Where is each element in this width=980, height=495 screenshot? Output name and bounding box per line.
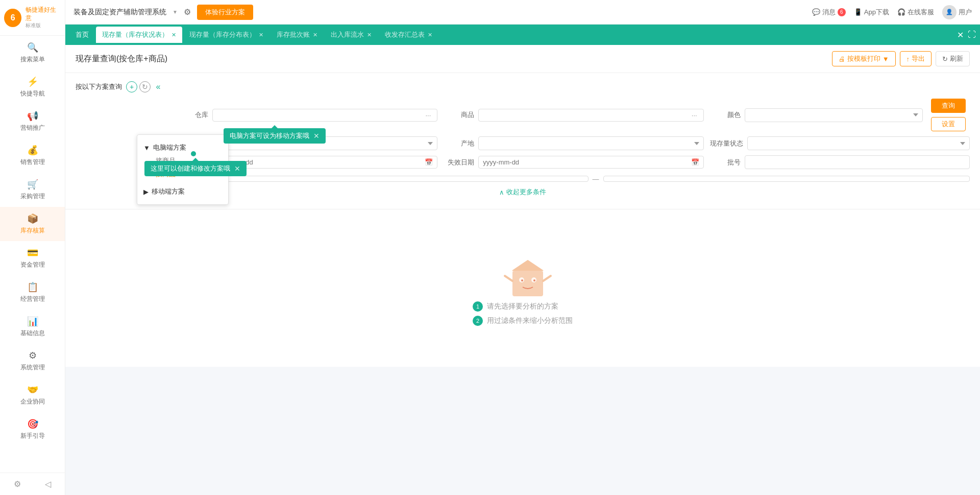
refresh-icon: ↻ xyxy=(942,55,948,63)
add-scheme-btn[interactable]: + xyxy=(126,81,137,92)
print-dropdown-icon: ▼ xyxy=(883,55,889,63)
tooltip-close-2[interactable]: ✕ xyxy=(234,164,240,173)
print-btn[interactable]: 🖨 按模板打印 ▼ xyxy=(832,51,896,66)
sidebar-item-management[interactable]: 📋 经营管理 xyxy=(0,275,65,310)
page-header: 现存量查询(按仓库+商品) 🖨 按模板打印 ▼ ↑ 导出 ↻ 刷新 xyxy=(65,45,980,73)
filter-field-color: 颜色 查询 设置 xyxy=(710,99,970,131)
svg-point-3 xyxy=(521,279,523,281)
refresh-btn[interactable]: ↻ 刷新 xyxy=(936,51,970,66)
goods-label: 商品 xyxy=(444,110,474,120)
message-badge: 6 xyxy=(838,8,846,16)
production-date-calendar-icon[interactable]: 📅 xyxy=(425,158,433,166)
dot-indicator xyxy=(191,151,196,156)
tab-close-inventory-dist[interactable]: ✕ xyxy=(259,32,263,38)
color-label: 颜色 xyxy=(710,110,741,120)
basic-icon: 📊 xyxy=(27,316,38,327)
guide-icon: ⚡ xyxy=(27,76,38,87)
top-bar-right: 💬 消息 6 📱 App下载 🎧 在线客服 👤 用户 xyxy=(812,5,972,19)
logo-badge: 标准版 xyxy=(26,22,61,29)
svg-rect-0 xyxy=(512,271,543,296)
mobile-scheme-header[interactable]: ▶ 移动端方案 xyxy=(143,185,222,198)
page-actions: 🖨 按模板打印 ▼ ↑ 导出 ↻ 刷新 xyxy=(832,51,970,66)
tab-inventory-dist[interactable]: 现存量（库存分布表） ✕ xyxy=(183,27,270,43)
filter-row-1: 仓库 ··· 商品 ··· xyxy=(178,99,970,131)
tab-batch-account[interactable]: 库存批次账 ✕ xyxy=(271,27,324,43)
online-support-btn[interactable]: 🎧 在线客服 xyxy=(897,8,934,17)
logo-icon: 6 xyxy=(4,9,21,27)
stock-range-start-input[interactable] xyxy=(222,176,589,182)
sidebar-item-purchase[interactable]: 🛒 采购管理 xyxy=(0,173,65,207)
range-separator: — xyxy=(593,175,599,183)
user-profile-btn[interactable]: 👤 用户 xyxy=(942,5,972,19)
production-date-field[interactable] xyxy=(217,158,423,166)
tab-inventory-status[interactable]: 现存量（库存状况表） ✕ xyxy=(96,27,182,43)
sidebar-item-finance[interactable]: 💳 资金管理 xyxy=(0,241,65,275)
refresh-scheme-btn[interactable]: ↻ xyxy=(139,81,151,92)
top-bar: 装备及固定资产辅助管理系统 ▼ ⚙ 体验行业方案 💬 消息 6 📱 App下载 … xyxy=(65,0,980,25)
expiry-date-field[interactable] xyxy=(483,158,689,166)
step-1-num: 1 xyxy=(473,301,483,312)
inventory-icon: 📦 xyxy=(27,213,38,224)
expiry-date-calendar-icon[interactable]: 📅 xyxy=(691,158,699,166)
sidebar-item-enterprise[interactable]: 🤝 企业协同 xyxy=(0,378,65,412)
tooltip-bubble-1: 电脑方案可设为移动方案哦 ✕ xyxy=(224,128,326,144)
reset-button[interactable]: 设置 xyxy=(931,117,966,131)
tooltip-bubble-2: 这里可以创建和修改方案哦 ✕ xyxy=(144,161,247,176)
newbie-icon: 🎯 xyxy=(27,418,38,430)
industry-plan-button[interactable]: 体验行业方案 xyxy=(197,5,253,20)
export-btn[interactable]: ↑ 导出 xyxy=(900,51,932,66)
sidebar-logo: 6 畅捷通好生意 标准版 xyxy=(0,0,65,36)
footer-settings-icon[interactable]: ⚙ xyxy=(14,479,21,489)
color-select[interactable] xyxy=(745,108,923,122)
stock-status-select[interactable] xyxy=(747,136,970,150)
tab-close-batch-account[interactable]: ✕ xyxy=(313,32,317,38)
stock-range-end-input[interactable] xyxy=(603,176,970,182)
step-2-text: 用过滤条件来缩小分析范围 xyxy=(487,316,573,325)
sidebar-item-marketing[interactable]: 📢 营销推广 xyxy=(0,104,65,138)
tab-close-inventory-status[interactable]: ✕ xyxy=(172,32,176,38)
sidebar-item-guide[interactable]: ⚡ 快捷导航 xyxy=(0,70,65,104)
filter-field-origin: 产地 xyxy=(444,136,703,150)
sidebar-item-basic[interactable]: 📊 基础信息 xyxy=(0,310,65,344)
tooltip-close-1[interactable]: ✕ xyxy=(313,132,320,140)
messages-btn[interactable]: 💬 消息 6 xyxy=(812,8,846,17)
filter-field-warehouse: 仓库 ··· xyxy=(178,109,437,122)
settings-icon[interactable]: ⚙ xyxy=(184,7,191,17)
app-download-btn[interactable]: 📱 App下载 xyxy=(854,8,889,17)
enterprise-icon: 🤝 xyxy=(27,384,38,395)
batch-input[interactable] xyxy=(745,155,970,169)
warehouse-dots-btn[interactable]: ··· xyxy=(423,111,433,119)
tab-inout-flow[interactable]: 出入库流水 ✕ xyxy=(325,27,378,43)
origin-select[interactable] xyxy=(478,136,703,150)
filter-header-label: 按以下方案查询 xyxy=(76,82,122,91)
goods-dots-btn[interactable]: ··· xyxy=(690,111,699,119)
back-scheme-btn[interactable]: « xyxy=(153,81,164,92)
page-title: 现存量查询(按仓库+商品) xyxy=(76,54,167,64)
empty-state: 1 请先选择要分析的方案 2 用过滤条件来缩小分析范围 xyxy=(65,209,980,367)
sidebar-item-newbie[interactable]: 🎯 新手引导 xyxy=(0,412,65,446)
tab-close-inout-flow[interactable]: ✕ xyxy=(367,32,372,38)
batch-label: 批号 xyxy=(710,158,741,167)
filter-field-expiry-date: 失效日期 📅 xyxy=(444,156,703,169)
filter-area: 按以下方案查询 + ↻ « ▼ 电脑端方案 接商品 xyxy=(65,73,980,209)
sidebar-item-sales[interactable]: 💰 销售管理 xyxy=(0,138,65,173)
tab-receive-summary[interactable]: 收发存汇总表 ✕ xyxy=(379,27,438,43)
sidebar-item-system[interactable]: ⚙ 系统管理 xyxy=(0,344,65,378)
filter-field-batch: 批号 xyxy=(710,155,970,169)
sidebar-item-search[interactable]: 🔍 搜索菜单 xyxy=(0,36,65,70)
sidebar-item-inventory[interactable]: 📦 库存核算 xyxy=(0,207,65,241)
system-dropdown[interactable]: ▼ xyxy=(173,9,178,15)
svg-line-5 xyxy=(505,276,512,281)
search-button[interactable]: 查询 xyxy=(931,99,966,113)
desktop-scheme-header[interactable]: ▼ 电脑端方案 xyxy=(143,141,222,154)
scheme-arrow-icon: ▼ xyxy=(143,144,150,152)
expiry-date-input[interactable]: 📅 xyxy=(478,156,703,169)
tab-close-all-icon[interactable]: ✕ xyxy=(957,30,964,40)
content-area: 现存量查询(按仓库+商品) 🖨 按模板打印 ▼ ↑ 导出 ↻ 刷新 xyxy=(65,45,980,495)
tab-home[interactable]: 首页 xyxy=(69,27,95,43)
filter-header-icons: + ↻ « xyxy=(126,81,164,92)
tab-close-receive-summary[interactable]: ✕ xyxy=(428,32,432,38)
tab-expand-icon[interactable]: ⛶ xyxy=(968,30,976,39)
footer-collapse-icon[interactable]: ◁ xyxy=(45,479,51,489)
purchase-icon: 🛒 xyxy=(27,179,38,190)
